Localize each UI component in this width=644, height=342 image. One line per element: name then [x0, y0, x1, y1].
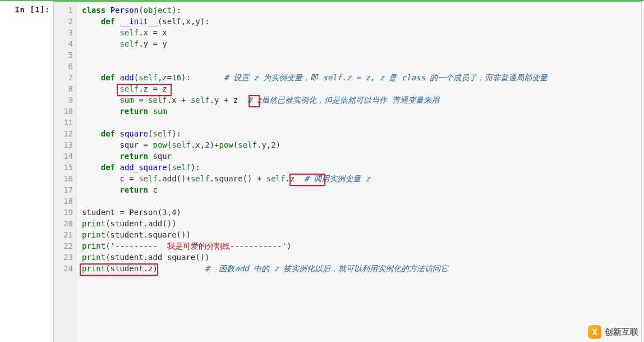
- input-prompt: In [1]:: [0, 1, 53, 342]
- code-input-area[interactable]: 123456789101112131415161718192021222324 …: [53, 1, 642, 342]
- code-cell: In [1]: 12345678910111213141516171819202…: [0, 1, 644, 342]
- line-number-gutter: 123456789101112131415161718192021222324: [54, 2, 77, 342]
- code-text[interactable]: class Person(object): def __init__(self,…: [77, 2, 641, 342]
- watermark-logo-icon: X: [588, 325, 601, 339]
- watermark: X 创新互联: [588, 325, 638, 339]
- watermark-text: 创新互联: [605, 327, 638, 338]
